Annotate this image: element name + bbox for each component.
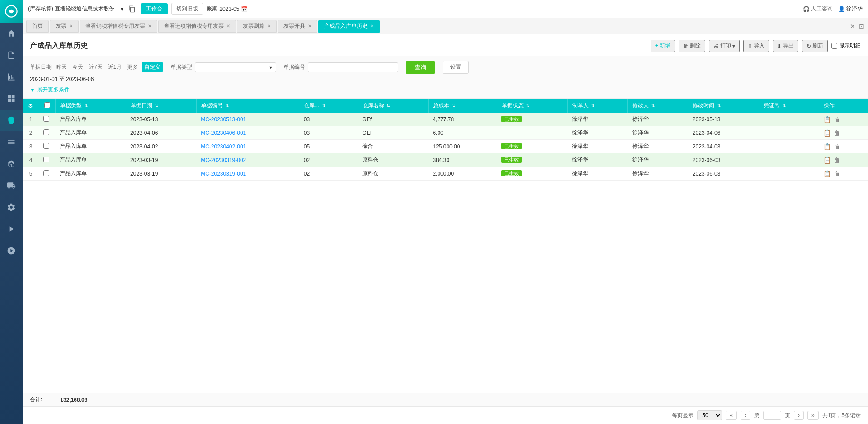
th-date[interactable]: 单据日期 ⇅ (126, 99, 196, 113)
sort-wcode-icon: ⇅ (322, 103, 326, 108)
tab-invoice[interactable]: 发票 ✕ (50, 20, 79, 33)
filter-yesterday[interactable]: 昨天 (54, 62, 69, 72)
workbench-button[interactable]: 工作台 (141, 3, 168, 14)
tab-purchase-invoice-close[interactable]: ✕ (226, 24, 230, 29)
tab-sales-invoice-close[interactable]: ✕ (148, 24, 151, 29)
filter-1month[interactable]: 近1月 (106, 62, 124, 72)
row-checkbox-1[interactable] (43, 129, 49, 135)
delete-row-icon-2[interactable]: 🗑 (834, 143, 840, 150)
select-all-checkbox[interactable] (44, 102, 50, 108)
tab-invoice-close[interactable]: ✕ (69, 24, 73, 29)
th-modifier[interactable]: 修改人 ⇅ (628, 99, 688, 113)
switch-version-button[interactable]: 切到旧版 (171, 3, 203, 15)
td-number-link[interactable]: MC-20230402-001 (201, 143, 246, 150)
last-page-btn[interactable]: » (807, 411, 819, 420)
tab-expand-icon[interactable]: ⊡ (859, 23, 864, 30)
filter-type-select[interactable]: ▾ (195, 62, 276, 72)
sidebar-item-play[interactable] (0, 218, 23, 240)
setting-button[interactable]: 设置 (443, 61, 469, 74)
td-checkbox[interactable] (39, 153, 55, 167)
show-detail-checkbox[interactable]: 显示明细 (831, 42, 861, 50)
tab-invoice-calc-close[interactable]: ✕ (267, 24, 271, 29)
tab-invoice-open[interactable]: 发票开具 ✕ (278, 20, 317, 33)
sidebar-item-shield[interactable] (0, 110, 23, 131)
tab-invoice-open-close[interactable]: ✕ (308, 24, 311, 29)
th-number[interactable]: 单据编号 ⇅ (196, 99, 299, 113)
th-settings[interactable]: ⚙ (23, 99, 39, 113)
delete-button[interactable]: 🗑 删除 (679, 40, 705, 52)
next-page-btn[interactable]: › (794, 411, 804, 420)
td-checkbox[interactable] (39, 140, 55, 153)
filter-expand-btn[interactable]: ▼ 展开更多条件 (30, 86, 861, 94)
th-warehouse-name[interactable]: 仓库名称 ⇅ (358, 99, 428, 113)
td-number-link[interactable]: MC-20230406-001 (201, 130, 246, 136)
sidebar-item-grid[interactable] (0, 88, 23, 110)
show-detail-input[interactable] (831, 43, 837, 49)
import-button[interactable]: ⬆ 导入 (743, 40, 769, 52)
table-footer: 合计: 132,168.08 (23, 393, 868, 406)
app-logo[interactable] (0, 0, 23, 23)
filter-today[interactable]: 今天 (71, 62, 85, 72)
th-checkbox[interactable] (39, 99, 55, 113)
user-service-btn[interactable]: 🎧 人工咨询 (803, 5, 833, 13)
filter-7days[interactable]: 近7天 (87, 62, 104, 72)
th-voucher[interactable]: 凭证号 ⇅ (759, 99, 819, 113)
filter-more[interactable]: 更多 (125, 62, 140, 72)
prev-page-btn[interactable]: ‹ (741, 411, 750, 420)
print-button[interactable]: 🖨 打印 ▾ (709, 40, 740, 52)
edit-icon-1[interactable]: 📋 (823, 129, 831, 137)
first-page-btn[interactable]: « (726, 411, 737, 420)
edit-icon-3[interactable]: 📋 (823, 157, 831, 164)
export-button[interactable]: ⬇ 导出 (773, 40, 798, 52)
td-number-link[interactable]: MC-20230513-001 (201, 116, 246, 123)
filter-number-input[interactable] (308, 62, 398, 72)
edit-icon-0[interactable]: 📋 (823, 116, 831, 123)
td-checkbox[interactable] (39, 126, 55, 140)
delete-row-icon-0[interactable]: 🗑 (834, 116, 840, 123)
th-warehouse-code[interactable]: 仓库... ⇅ (299, 99, 358, 113)
user-menu[interactable]: 👤 徐泽华 (838, 5, 863, 13)
company-selector[interactable]: (库存核算) 直播轻绕通信息技术股份... ▾ (28, 5, 123, 13)
td-checkbox[interactable] (39, 167, 55, 181)
th-total-cost[interactable]: 总成本 ⇅ (428, 99, 497, 113)
tab-product-history-close[interactable]: ✕ (370, 24, 374, 29)
th-modify-time[interactable]: 修改时间 ⇅ (688, 99, 759, 113)
tab-product-history[interactable]: 产成品入库单历史 ✕ (318, 20, 380, 33)
tab-home[interactable]: 首页 (26, 20, 49, 33)
sidebar-item-settings2[interactable] (0, 196, 23, 218)
td-number-link[interactable]: MC-20230319-002 (201, 157, 246, 163)
sidebar-item-box[interactable] (0, 153, 23, 175)
th-type[interactable]: 单据类型 ⇅ (55, 99, 126, 113)
sidebar-item-truck[interactable] (0, 175, 23, 196)
edit-icon-2[interactable]: 📋 (823, 143, 831, 150)
period-calendar-icon[interactable]: 📅 (241, 6, 248, 12)
tab-sales-invoice[interactable]: 查看销项增值税专用发票 ✕ (80, 20, 157, 33)
filter-custom[interactable]: 自定义 (142, 62, 163, 72)
new-button[interactable]: + 新增 (651, 40, 675, 52)
row-checkbox-0[interactable] (43, 116, 49, 122)
delete-row-icon-4[interactable]: 🗑 (834, 170, 840, 177)
delete-row-icon-3[interactable]: 🗑 (834, 157, 840, 164)
tab-close-all-icon[interactable]: ✕ (850, 23, 855, 30)
delete-row-icon-1[interactable]: 🗑 (834, 129, 840, 137)
sidebar-item-version[interactable] (0, 240, 23, 262)
th-creator[interactable]: 制单人 ⇅ (567, 99, 627, 113)
sidebar-item-document[interactable] (0, 44, 23, 66)
sidebar-item-home[interactable] (0, 23, 23, 44)
per-page-select[interactable]: 50 100 200 (697, 410, 722, 420)
td-checkbox[interactable] (39, 113, 55, 126)
query-button[interactable]: 查询 (406, 61, 435, 74)
tab-purchase-invoice[interactable]: 查看进项增值税专用发票 ✕ (158, 20, 236, 33)
row-checkbox-4[interactable] (43, 170, 49, 176)
tab-invoice-calc[interactable]: 发票测算 ✕ (237, 20, 277, 33)
sidebar-item-list[interactable] (0, 131, 23, 153)
row-checkbox-2[interactable] (43, 143, 49, 149)
td-number-link[interactable]: MC-20230319-001 (201, 171, 246, 177)
refresh-button[interactable]: ↻ 刷新 (802, 40, 828, 52)
document-icon-btn[interactable] (127, 4, 137, 14)
th-status[interactable]: 单据状态 ⇅ (497, 99, 567, 113)
page-input[interactable]: 1 (763, 411, 781, 420)
sidebar-item-chart[interactable] (0, 66, 23, 88)
row-checkbox-3[interactable] (43, 157, 49, 162)
edit-icon-4[interactable]: 📋 (823, 170, 831, 177)
